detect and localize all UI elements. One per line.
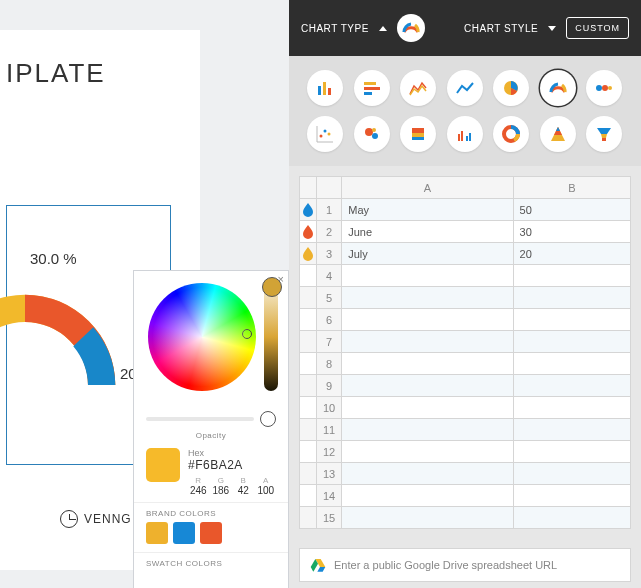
cell[interactable]: [513, 353, 630, 375]
table-row[interactable]: 2 June 30: [300, 221, 631, 243]
row-color-swatch[interactable]: [300, 463, 317, 485]
row-number: 14: [317, 485, 342, 507]
cell[interactable]: [513, 309, 630, 331]
grouped-column-option[interactable]: [447, 116, 483, 152]
brand-swatch[interactable]: [173, 522, 195, 544]
row-color-swatch[interactable]: [300, 199, 317, 221]
cell[interactable]: [342, 419, 513, 441]
lightness-strip[interactable]: [264, 283, 278, 391]
line-chart-option[interactable]: [447, 70, 483, 106]
bar-chart-option[interactable]: [354, 70, 390, 106]
cell[interactable]: May: [342, 199, 513, 221]
lightness-knob[interactable]: [262, 277, 282, 297]
table-row[interactable]: 6: [300, 309, 631, 331]
cell[interactable]: [342, 441, 513, 463]
custom-button[interactable]: CUSTOM: [566, 17, 629, 39]
row-color-swatch[interactable]: [300, 375, 317, 397]
cell[interactable]: [342, 265, 513, 287]
bubble-row-option[interactable]: [586, 70, 622, 106]
table-row[interactable]: 13: [300, 463, 631, 485]
scatter-chart-option[interactable]: [307, 116, 343, 152]
row-color-swatch[interactable]: [300, 419, 317, 441]
column-header[interactable]: B: [513, 177, 630, 199]
rgba-value[interactable]: 246: [188, 485, 209, 496]
cell[interactable]: [513, 375, 630, 397]
cell[interactable]: 30: [513, 221, 630, 243]
row-color-swatch[interactable]: [300, 265, 317, 287]
half-donut-chart[interactable]: [0, 280, 130, 385]
cell[interactable]: June: [342, 221, 513, 243]
row-color-swatch[interactable]: [300, 397, 317, 419]
column-chart-option[interactable]: [307, 70, 343, 106]
cell[interactable]: [342, 507, 513, 529]
rgba-head: B: [233, 476, 254, 485]
cell[interactable]: [342, 397, 513, 419]
cell[interactable]: [513, 463, 630, 485]
column-header[interactable]: A: [342, 177, 513, 199]
funnel-chart-option[interactable]: [586, 116, 622, 152]
bubble-chart-option[interactable]: [354, 116, 390, 152]
gauge-chart-option[interactable]: [540, 70, 576, 106]
cell[interactable]: [342, 375, 513, 397]
brand-swatch[interactable]: [146, 522, 168, 544]
cell[interactable]: [513, 441, 630, 463]
row-color-swatch[interactable]: [300, 309, 317, 331]
row-color-swatch[interactable]: [300, 485, 317, 507]
table-row[interactable]: 8: [300, 353, 631, 375]
row-color-swatch[interactable]: [300, 331, 317, 353]
table-row[interactable]: 9: [300, 375, 631, 397]
donut-chart-option[interactable]: [493, 116, 529, 152]
chart-type-button[interactable]: CHART TYPE: [301, 23, 369, 34]
google-drive-input-bar[interactable]: Enter a public Google Drive spreadsheet …: [299, 548, 631, 582]
cell[interactable]: 50: [513, 199, 630, 221]
chart-style-button[interactable]: CHART STYLE: [464, 23, 538, 34]
row-color-swatch[interactable]: [300, 441, 317, 463]
cell[interactable]: [513, 331, 630, 353]
cell[interactable]: [342, 485, 513, 507]
cell[interactable]: [513, 507, 630, 529]
table-row[interactable]: 3 July 20: [300, 243, 631, 265]
cell[interactable]: July: [342, 243, 513, 265]
rgba-value[interactable]: 100: [256, 485, 277, 496]
table-row[interactable]: 5: [300, 287, 631, 309]
pie-chart-option[interactable]: [493, 70, 529, 106]
cell[interactable]: [513, 485, 630, 507]
svg-rect-1: [323, 82, 326, 95]
row-color-swatch[interactable]: [300, 507, 317, 529]
row-color-swatch[interactable]: [300, 243, 317, 265]
pyramid-chart-option[interactable]: [540, 116, 576, 152]
hex-value[interactable]: #F6BA2A: [188, 458, 276, 472]
cell[interactable]: [342, 463, 513, 485]
table-row[interactable]: 10: [300, 397, 631, 419]
table-row[interactable]: 15: [300, 507, 631, 529]
table-row[interactable]: 4: [300, 265, 631, 287]
cell[interactable]: [342, 353, 513, 375]
row-color-swatch[interactable]: [300, 353, 317, 375]
cell[interactable]: 20: [513, 243, 630, 265]
area-chart-option[interactable]: [400, 70, 436, 106]
cell[interactable]: [342, 331, 513, 353]
opacity-slider[interactable]: [134, 411, 288, 431]
data-sheet[interactable]: AB 1 May 50 2 June 30 3 July 20 4 5 6 7 …: [299, 176, 631, 529]
table-row[interactable]: 1 May 50: [300, 199, 631, 221]
rgba-value[interactable]: 186: [211, 485, 232, 496]
cell[interactable]: [513, 265, 630, 287]
table-row[interactable]: 11: [300, 419, 631, 441]
table-row[interactable]: 12: [300, 441, 631, 463]
data-sheet-wrapper: AB 1 May 50 2 June 30 3 July 20 4 5 6 7 …: [289, 166, 641, 539]
cell[interactable]: [342, 287, 513, 309]
cell[interactable]: [513, 419, 630, 441]
stacked-chart-option[interactable]: [400, 116, 436, 152]
rgba-value[interactable]: 42: [233, 485, 254, 496]
cell[interactable]: [513, 397, 630, 419]
row-color-swatch[interactable]: [300, 287, 317, 309]
row-color-swatch[interactable]: [300, 221, 317, 243]
cell[interactable]: [513, 287, 630, 309]
cell[interactable]: [342, 309, 513, 331]
brand-swatch[interactable]: [200, 522, 222, 544]
hue-wheel[interactable]: [148, 283, 256, 391]
hue-pointer[interactable]: [242, 329, 252, 339]
table-row[interactable]: 14: [300, 485, 631, 507]
table-row[interactable]: 7: [300, 331, 631, 353]
opacity-knob[interactable]: [260, 411, 276, 427]
